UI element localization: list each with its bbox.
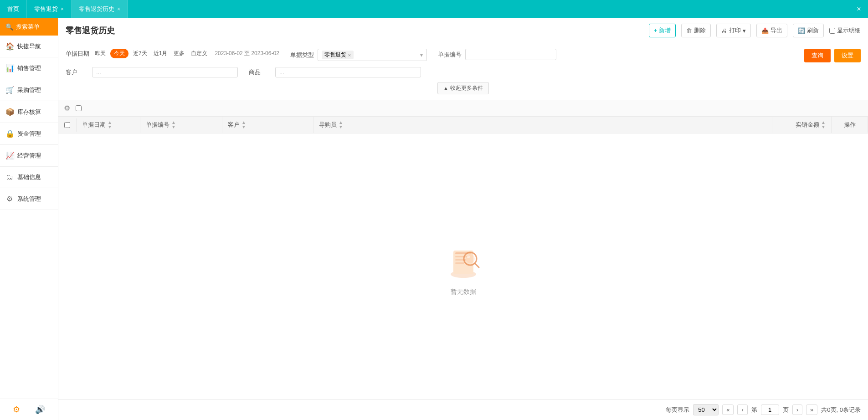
date-filter-label: 单据日期 bbox=[66, 50, 89, 58]
next-page-button[interactable]: › bbox=[792, 405, 802, 415]
select-all-checkbox[interactable] bbox=[76, 105, 82, 111]
sidebar-item-basic-info[interactable]: 🗂 基础信息 bbox=[0, 167, 58, 188]
customer-placeholder: ... bbox=[96, 69, 101, 76]
sidebar-item-sales-label: 销售管理 bbox=[17, 64, 41, 72]
last-page-button[interactable]: » bbox=[806, 405, 817, 415]
home-icon: 🏠 bbox=[5, 42, 14, 51]
settings-icon[interactable]: ⚙ bbox=[13, 405, 20, 415]
sidebar-item-sales-mgmt[interactable]: 📊 销售管理 bbox=[0, 57, 58, 79]
page-number-input[interactable] bbox=[761, 405, 779, 415]
header-actions: + 新增 🗑 删除 🖨 打印 ▾ 📤 导出 🔄 刷新 bbox=[649, 24, 861, 37]
th-amount-label: 实销金额 bbox=[796, 121, 819, 129]
th-doc-num[interactable]: 单据编号 ▲▼ bbox=[140, 117, 222, 133]
goods-label: 商品 bbox=[249, 68, 272, 77]
empty-state: 暂无数据 bbox=[58, 133, 868, 399]
refresh-button[interactable]: 🔄 刷新 bbox=[793, 24, 824, 37]
tab-bar: 首页 零售退货 × 零售退货历史 × × bbox=[0, 0, 868, 18]
th-date-label: 单据日期 bbox=[82, 121, 106, 129]
date-range-value: 2023-06-02 至 2023-06-02 bbox=[215, 50, 279, 57]
main-layout: 🔍 搜索菜单 🏠 快捷导航 📊 销售管理 🛒 采购管理 📦 库存核算 🔒 资金管… bbox=[0, 18, 868, 420]
date-opt-1month[interactable]: 近1月 bbox=[152, 49, 169, 58]
sidebar-item-system-mgmt[interactable]: ⚙ 系统管理 bbox=[0, 188, 58, 210]
query-button[interactable]: 查询 bbox=[804, 49, 831, 62]
content-area: 零售退货历史 + 新增 🗑 删除 🖨 打印 ▾ 📤 导出 🔄 bbox=[58, 18, 868, 420]
first-page-button[interactable]: « bbox=[722, 405, 734, 415]
th-guide-label: 导购员 bbox=[319, 121, 337, 129]
date-options: 昨天 今天 近7天 近1月 更多 自定义 bbox=[93, 49, 209, 58]
filter-row-1: 单据日期 昨天 今天 近7天 近1月 更多 自定义 2023-06-02 至 2… bbox=[66, 49, 861, 62]
sidebar-item-operations[interactable]: 📈 经营管理 bbox=[0, 145, 58, 167]
sidebar-item-purchase-mgmt[interactable]: 🛒 采购管理 bbox=[0, 79, 58, 101]
tab-home-label: 首页 bbox=[7, 5, 19, 13]
sort-customer-icon: ▲▼ bbox=[241, 120, 246, 129]
date-opt-today[interactable]: 今天 bbox=[110, 49, 128, 58]
date-opt-more[interactable]: 更多 bbox=[172, 49, 186, 58]
date-opt-7days[interactable]: 近7天 bbox=[131, 49, 149, 58]
tab-retail-return-history-close[interactable]: × bbox=[117, 6, 120, 12]
collapse-button[interactable]: ▲ 收起更多条件 bbox=[437, 82, 489, 94]
tab-retail-return-history[interactable]: 零售退货历史 × bbox=[72, 0, 128, 18]
svg-rect-5 bbox=[455, 262, 464, 264]
sidebar-item-finance[interactable]: 🔒 资金管理 bbox=[0, 123, 58, 145]
doc-type-tag-close[interactable]: × bbox=[348, 52, 351, 58]
display-detail-toggle[interactable]: 显示明细 bbox=[829, 26, 861, 35]
basic-info-icon: 🗂 bbox=[5, 173, 14, 181]
page-unit-text: 页 bbox=[783, 406, 789, 414]
svg-point-9 bbox=[467, 256, 470, 258]
page-size-select[interactable]: 50 20 100 bbox=[693, 404, 719, 415]
doc-type-input[interactable]: 零售退货 × ▾ bbox=[318, 49, 427, 61]
sidebar-footer: ⚙ 🔊 bbox=[0, 399, 58, 420]
audio-icon[interactable]: 🔊 bbox=[35, 405, 45, 415]
tab-retail-return-label: 零售退货 bbox=[34, 5, 58, 13]
goods-input[interactable]: ... bbox=[275, 67, 421, 77]
export-button[interactable]: 📤 导出 bbox=[756, 24, 787, 37]
tab-retail-return[interactable]: 零售退货 × bbox=[27, 0, 72, 18]
th-amount[interactable]: 实销金额 ▲▼ bbox=[772, 117, 832, 133]
table-header: 单据日期 ▲▼ 单据编号 ▲▼ 客户 ▲▼ 导购员 ▲▼ 实销金额 ▲▼ bbox=[58, 117, 868, 133]
sort-guide-icon: ▲▼ bbox=[339, 120, 343, 129]
new-button[interactable]: + 新增 bbox=[649, 24, 676, 37]
th-checkbox-input[interactable] bbox=[64, 122, 70, 128]
th-guide[interactable]: 导购员 ▲▼ bbox=[313, 117, 772, 133]
finance-icon: 🔒 bbox=[5, 129, 14, 138]
pagination: 每页显示 50 20 100 « ‹ 第 页 › » 共0页, 0条记录 bbox=[58, 399, 868, 420]
sort-amount-icon: ▲▼ bbox=[821, 120, 826, 129]
delete-button[interactable]: 🗑 删除 bbox=[681, 24, 711, 37]
sidebar: 🔍 搜索菜单 🏠 快捷导航 📊 销售管理 🛒 采购管理 📦 库存核算 🔒 资金管… bbox=[0, 18, 58, 420]
sidebar-search[interactable]: 🔍 搜索菜单 bbox=[0, 18, 58, 36]
empty-illustration bbox=[441, 237, 486, 282]
sidebar-item-quick-nav[interactable]: 🏠 快捷导航 bbox=[0, 36, 58, 57]
print-button[interactable]: 🖨 打印 ▾ bbox=[716, 24, 751, 37]
date-filter: 单据日期 昨天 今天 近7天 近1月 更多 自定义 2023-06-02 至 2… bbox=[66, 49, 279, 58]
table-gear-icon[interactable]: ⚙ bbox=[64, 104, 70, 113]
delete-icon: 🗑 bbox=[686, 27, 692, 34]
tab-home[interactable]: 首页 bbox=[0, 0, 27, 18]
prev-page-button[interactable]: ‹ bbox=[737, 405, 747, 415]
sidebar-item-quick-nav-label: 快捷导航 bbox=[17, 42, 41, 51]
svg-line-8 bbox=[475, 263, 479, 267]
page-size-label: 每页显示 bbox=[666, 406, 689, 414]
customer-input[interactable]: ... bbox=[92, 67, 238, 77]
doc-type-chevron-icon: ▾ bbox=[420, 52, 423, 58]
sidebar-item-basic-info-label: 基础信息 bbox=[17, 173, 41, 181]
sidebar-item-inventory[interactable]: 📦 库存核算 bbox=[0, 101, 58, 123]
display-detail-checkbox[interactable] bbox=[829, 28, 835, 34]
doc-num-label: 单据编号 bbox=[438, 51, 462, 59]
sort-docnum-icon: ▲▼ bbox=[171, 120, 176, 129]
date-opt-yesterday[interactable]: 昨天 bbox=[93, 49, 108, 58]
date-opt-custom[interactable]: 自定义 bbox=[189, 49, 209, 58]
th-customer[interactable]: 客户 ▲▼ bbox=[222, 117, 313, 133]
th-date[interactable]: 单据日期 ▲▼ bbox=[77, 117, 140, 133]
sidebar-item-finance-label: 资金管理 bbox=[17, 130, 41, 138]
operations-icon: 📈 bbox=[5, 151, 14, 160]
th-customer-label: 客户 bbox=[228, 121, 240, 129]
window-close-button[interactable]: × bbox=[850, 0, 868, 18]
tab-retail-return-history-label: 零售退货历史 bbox=[79, 5, 114, 13]
table-area: ⚙ 单据日期 ▲▼ 单据编号 ▲▼ 客户 ▲▼ bbox=[58, 100, 868, 420]
print-chevron-icon: ▾ bbox=[743, 27, 746, 34]
settings-button[interactable]: 设置 bbox=[834, 49, 861, 62]
total-info: 共0页, 0条记录 bbox=[821, 406, 861, 414]
table-toolbar: ⚙ bbox=[58, 100, 868, 117]
doc-num-input[interactable] bbox=[465, 49, 556, 60]
tab-retail-return-close[interactable]: × bbox=[61, 6, 64, 12]
